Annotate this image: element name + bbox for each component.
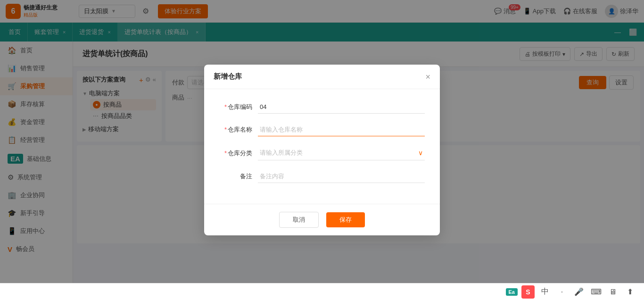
category-label: *仓库分类: [219, 149, 252, 158]
dot-icon[interactable]: ·: [555, 285, 569, 299]
form-row-remark: 备注: [219, 170, 425, 183]
status-icons: Ea S 中 · 🎤 ⌨ 🖥 ⬆: [506, 285, 636, 299]
modal-new-warehouse: 新增仓库 × *仓库编码 *仓库名称 *仓库分类: [204, 65, 440, 235]
chinese-icon[interactable]: 中: [538, 285, 552, 299]
display-icon[interactable]: 🖥: [606, 285, 619, 299]
modal-header: 新增仓库 ×: [204, 65, 440, 89]
form-row-category: *仓库分类 请输入所属分类 ∨: [219, 146, 425, 160]
s-logo-icon[interactable]: S: [521, 285, 535, 299]
name-input[interactable]: [258, 123, 425, 136]
mic-icon[interactable]: 🎤: [572, 285, 586, 299]
modal-close-icon[interactable]: ×: [425, 73, 430, 81]
form-row-code: *仓库编码: [219, 100, 425, 114]
remark-input[interactable]: [258, 170, 425, 183]
keyboard-icon[interactable]: ⌨: [589, 285, 603, 299]
ea-badge: Ea: [506, 288, 518, 296]
category-select[interactable]: 请输入所属分类 ∨: [258, 146, 425, 160]
modal-title: 新增仓库: [214, 72, 242, 81]
name-label: *仓库名称: [219, 125, 252, 134]
modal-body: *仓库编码 *仓库名称 *仓库分类 请输入所属分类 ∨: [204, 89, 440, 204]
category-arrow: ∨: [418, 149, 423, 157]
status-bar: Ea S 中 · 🎤 ⌨ 🖥 ⬆: [0, 283, 644, 300]
save-button[interactable]: 保存: [326, 212, 365, 227]
modal-footer: 取消 保存: [204, 204, 440, 235]
upload-icon[interactable]: ⬆: [623, 285, 636, 299]
modal-overlay: 新增仓库 × *仓库编码 *仓库名称 *仓库分类: [0, 0, 644, 300]
category-placeholder: 请输入所属分类: [260, 149, 303, 157]
code-label: *仓库编码: [219, 103, 252, 111]
code-input[interactable]: [258, 100, 425, 114]
form-row-name: *仓库名称: [219, 123, 425, 136]
remark-label: 备注: [219, 172, 252, 181]
cancel-button[interactable]: 取消: [279, 212, 319, 228]
